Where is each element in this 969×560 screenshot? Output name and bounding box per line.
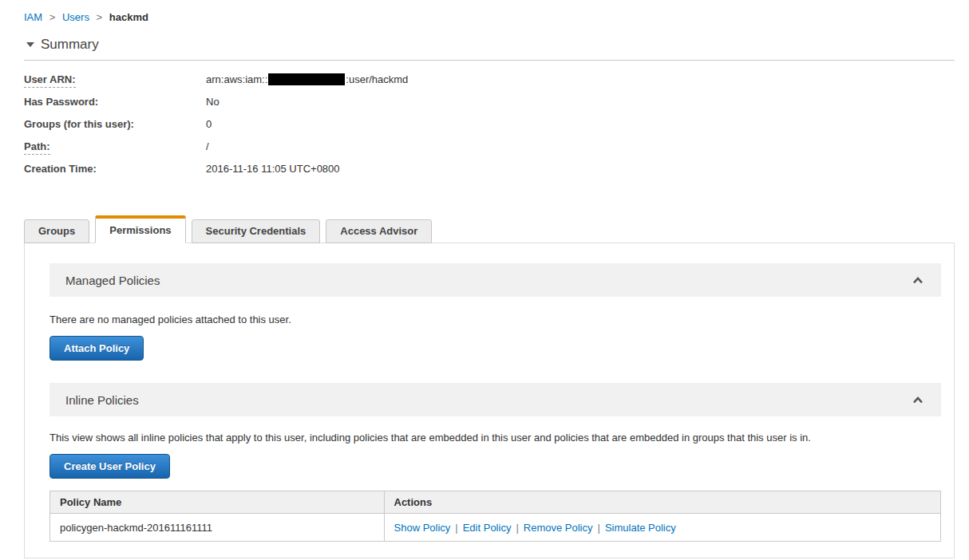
field-label-groups: Groups (for this user): bbox=[24, 118, 206, 130]
simulate-policy-link[interactable]: Simulate Policy bbox=[605, 522, 676, 534]
chevron-up-icon bbox=[912, 277, 924, 284]
breadcrumb-current-user: hackmd bbox=[109, 11, 148, 23]
table-row: policygen-hackmd-201611161111 Show Polic… bbox=[50, 514, 941, 542]
managed-policies-title: Managed Policies bbox=[65, 274, 160, 287]
inline-policies-collapse-button[interactable] bbox=[912, 396, 924, 404]
breadcrumb: IAM > Users > hackmd bbox=[24, 11, 955, 23]
tab-access-advisor[interactable]: Access Advisor bbox=[326, 219, 432, 243]
permissions-tab-panel: Managed Policies There are no managed po… bbox=[24, 243, 955, 558]
create-user-policy-button[interactable]: Create User Policy bbox=[49, 454, 170, 479]
inline-policies-description: This view shows all inline policies that… bbox=[49, 432, 941, 444]
field-value-creation-time: 2016-11-16 11:05 UTC+0800 bbox=[206, 163, 340, 175]
field-label-creation-time: Creation Time: bbox=[24, 163, 206, 175]
action-separator: | bbox=[598, 522, 600, 534]
show-policy-link[interactable]: Show Policy bbox=[394, 522, 451, 534]
edit-policy-link[interactable]: Edit Policy bbox=[463, 522, 512, 534]
summary-row-creation-time: Creation Time: 2016-11-16 11:05 UTC+0800 bbox=[24, 163, 955, 185]
inline-policies-table: Policy Name Actions policygen-hackmd-201… bbox=[49, 491, 941, 542]
field-value-has-password: No bbox=[206, 96, 220, 108]
field-value-user-arn: arn:aws:iam:::user/hackmd bbox=[206, 73, 408, 85]
field-label-path: Path: bbox=[24, 140, 206, 152]
collapse-triangle-icon bbox=[26, 42, 34, 47]
breadcrumb-link-iam[interactable]: IAM bbox=[24, 11, 42, 23]
inline-policies-title: Inline Policies bbox=[65, 393, 139, 407]
policy-name-cell: policygen-hackmd-201611161111 bbox=[50, 514, 385, 542]
action-separator: | bbox=[516, 522, 518, 534]
summary-fields: User ARN: arn:aws:iam:::user/hackmd Has … bbox=[24, 73, 955, 185]
summary-row-user-arn: User ARN: arn:aws:iam:::user/hackmd bbox=[24, 73, 955, 96]
field-label-user-arn: User ARN: bbox=[24, 73, 206, 85]
tab-security-credentials[interactable]: Security Credentials bbox=[192, 219, 321, 243]
chevron-up-icon bbox=[912, 396, 924, 404]
field-value-groups: 0 bbox=[206, 118, 212, 130]
remove-policy-link[interactable]: Remove Policy bbox=[524, 522, 593, 534]
inline-policies-header: Inline Policies bbox=[49, 383, 941, 416]
attach-policy-button[interactable]: Attach Policy bbox=[49, 336, 144, 361]
field-value-path: / bbox=[206, 140, 209, 152]
redacted-account-id bbox=[268, 73, 345, 85]
tab-permissions[interactable]: Permissions bbox=[95, 215, 185, 243]
managed-policies-header: Managed Policies bbox=[49, 263, 941, 297]
summary-row-path: Path: / bbox=[24, 140, 955, 163]
managed-policies-collapse-button[interactable] bbox=[912, 277, 924, 284]
tab-bar: Groups Permissions Security Credentials … bbox=[24, 215, 955, 243]
action-separator: | bbox=[455, 522, 457, 534]
column-header-actions: Actions bbox=[384, 491, 941, 514]
policy-actions-cell: Show Policy|Edit Policy|Remove Policy|Si… bbox=[384, 514, 941, 542]
breadcrumb-separator: > bbox=[49, 11, 56, 23]
breadcrumb-link-users[interactable]: Users bbox=[62, 11, 89, 23]
field-label-has-password: Has Password: bbox=[24, 96, 206, 108]
breadcrumb-separator: > bbox=[97, 11, 103, 23]
summary-section-toggle[interactable]: Summary bbox=[24, 37, 955, 61]
summary-title: Summary bbox=[41, 37, 99, 53]
iam-user-detail-page: IAM > Users > hackmd Summary User ARN: a… bbox=[0, 0, 969, 558]
summary-row-groups: Groups (for this user): 0 bbox=[24, 118, 955, 140]
summary-row-has-password: Has Password: No bbox=[24, 96, 955, 118]
table-header-row: Policy Name Actions bbox=[50, 491, 941, 514]
managed-policies-empty-text: There are no managed policies attached t… bbox=[49, 314, 941, 325]
column-header-policy-name: Policy Name bbox=[50, 491, 385, 514]
tab-groups[interactable]: Groups bbox=[24, 219, 89, 243]
